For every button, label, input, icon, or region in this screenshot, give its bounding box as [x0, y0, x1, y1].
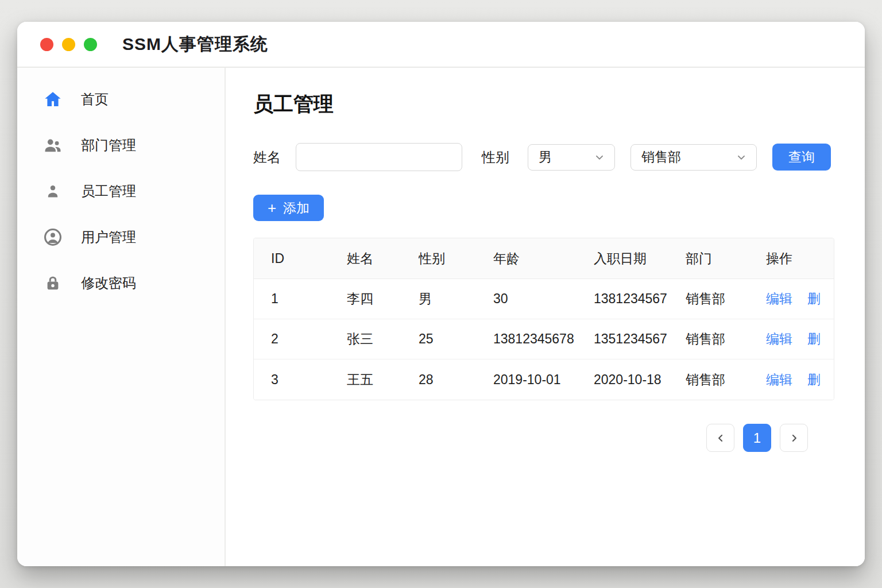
cell-name: 李四 [347, 290, 419, 308]
department-select[interactable]: 销售部 [630, 144, 757, 171]
sidebar-item-home[interactable]: 首页 [17, 82, 225, 117]
table-row: 2 张三 25 13812345678 1351234567 销售部 编辑 删 [254, 319, 834, 359]
sidebar-item-label: 用户管理 [81, 228, 136, 246]
sidebar-item-label: 首页 [81, 90, 109, 109]
cell-id: 3 [271, 372, 347, 388]
sidebar-item-departments[interactable]: 部门管理 [17, 128, 225, 163]
pagination: 1 [253, 424, 834, 452]
main-content: 员工管理 姓名 性别 男 销售部 查询 [226, 68, 865, 566]
content-wrap: 首页 部门管理 [17, 68, 865, 566]
column-header-department: 部门 [686, 250, 766, 268]
title-bar: SSM人事管理系统 [17, 22, 865, 68]
cell-hiredate: 1351234567 [594, 331, 686, 347]
column-header-id: ID [271, 251, 347, 266]
edit-link[interactable]: 编辑 [766, 371, 792, 389]
cell-gender: 男 [419, 290, 493, 308]
cell-age: 2019-10-01 [493, 372, 594, 388]
traffic-lights [40, 38, 97, 51]
cell-department: 销售部 [686, 371, 766, 389]
name-input[interactable] [296, 143, 462, 171]
lock-icon [43, 273, 63, 293]
cell-id: 2 [271, 331, 347, 347]
people-icon [43, 136, 63, 155]
table-row: 1 李四 男 30 1381234567 销售部 编辑 删 [254, 279, 834, 319]
cell-age: 13812345678 [493, 331, 594, 347]
search-button[interactable]: 查询 [772, 144, 831, 171]
sidebar: 首页 部门管理 [17, 68, 226, 566]
person-icon [43, 181, 63, 201]
page-title: 员工管理 [253, 91, 834, 118]
table-header-row: ID 姓名 性别 年龄 入职日期 部门 操作 [254, 238, 834, 279]
department-select-value: 销售部 [641, 148, 681, 166]
cell-name: 张三 [347, 330, 419, 348]
column-header-age: 年龄 [493, 250, 594, 268]
cell-actions: 编辑 删 [766, 330, 834, 348]
user-circle-icon [43, 227, 63, 247]
gender-label: 性别 [482, 148, 509, 167]
delete-link[interactable]: 删 [807, 290, 821, 308]
app-title: SSM人事管理系统 [122, 33, 268, 56]
plus-icon: + [268, 200, 276, 215]
gender-select[interactable]: 男 [528, 144, 615, 171]
column-header-actions: 操作 [766, 250, 834, 268]
table-row: 3 王五 28 2019-10-01 2020-10-18 销售部 编辑 删 [254, 359, 834, 400]
add-button-label: 添加 [283, 199, 310, 217]
chevron-right-icon [788, 432, 800, 444]
cell-gender: 28 [419, 372, 493, 388]
next-page-button[interactable] [780, 424, 808, 452]
cell-id: 1 [271, 291, 347, 307]
cell-hiredate: 1381234567 [594, 291, 686, 307]
cell-actions: 编辑 删 [766, 371, 834, 389]
name-label: 姓名 [253, 148, 281, 167]
sidebar-item-employees[interactable]: 员工管理 [17, 174, 225, 208]
app-window: SSM人事管理系统 首页 [17, 22, 865, 566]
sidebar-item-password[interactable]: 修改密码 [17, 266, 225, 300]
minimize-button[interactable] [62, 38, 75, 51]
edit-link[interactable]: 编辑 [766, 330, 792, 348]
gender-select-value: 男 [539, 148, 552, 166]
cell-actions: 编辑 删 [766, 290, 834, 308]
cell-department: 销售部 [686, 330, 766, 348]
edit-link[interactable]: 编辑 [766, 290, 792, 308]
cell-name: 王五 [347, 371, 419, 389]
chevron-left-icon [715, 432, 726, 444]
cell-department: 销售部 [686, 290, 766, 308]
page-1-button[interactable]: 1 [743, 424, 771, 452]
add-button[interactable]: + 添加 [253, 195, 324, 221]
cell-gender: 25 [419, 331, 493, 347]
column-header-gender: 性别 [419, 250, 493, 268]
zoom-button[interactable] [84, 38, 97, 51]
cell-age: 30 [493, 291, 594, 307]
delete-link[interactable]: 删 [807, 330, 821, 348]
prev-page-button[interactable] [706, 424, 734, 452]
column-header-name: 姓名 [347, 250, 419, 268]
cell-hiredate: 2020-10-18 [594, 372, 686, 388]
toolbar: + 添加 [253, 195, 834, 221]
employee-table: ID 姓名 性别 年龄 入职日期 部门 操作 1 李四 男 30 1381234… [253, 238, 834, 400]
sidebar-item-label: 部门管理 [81, 136, 136, 154]
delete-link[interactable]: 删 [807, 371, 821, 389]
filter-bar: 姓名 性别 男 销售部 查询 [253, 143, 834, 171]
sidebar-item-users[interactable]: 用户管理 [17, 220, 225, 254]
sidebar-item-label: 员工管理 [81, 182, 136, 200]
sidebar-item-label: 修改密码 [81, 274, 136, 292]
chevron-down-icon [736, 152, 747, 163]
home-icon [43, 90, 63, 109]
chevron-down-icon [594, 152, 605, 163]
close-button[interactable] [40, 38, 53, 51]
column-header-hiredate: 入职日期 [594, 250, 686, 268]
